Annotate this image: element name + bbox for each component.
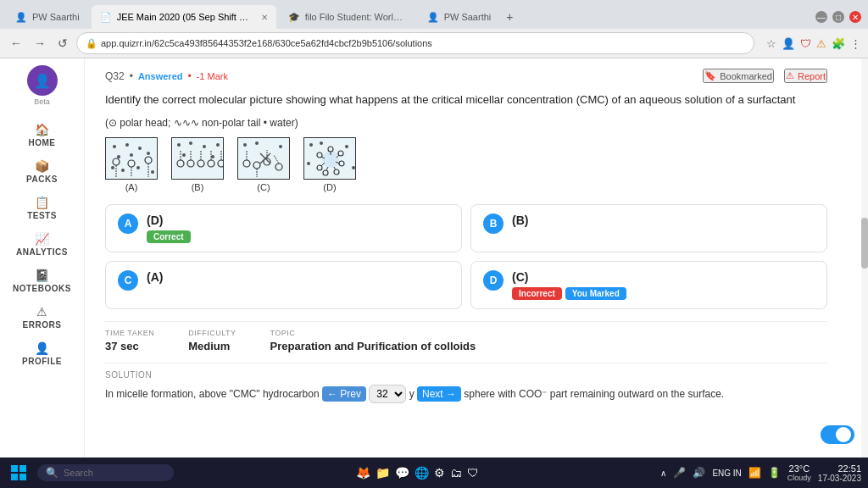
page-select[interactable]: 32 [369, 385, 406, 403]
solution-section: SOLUTION In micelle formation, above "CM… [105, 363, 827, 403]
speaker-icon[interactable]: 🔊 [693, 467, 705, 479]
tab-label: PW Saarthi [444, 12, 492, 22]
minimize-btn[interactable]: — [815, 11, 827, 23]
sidebar: 👤 Beta 🏠 HOME 📦 PACKS 📋 TESTS 📈 ANALYTIC… [0, 58, 85, 458]
stat-topic-label: TOPIC [270, 329, 476, 337]
stat-time: TIME TAKEN 37 sec [105, 329, 154, 352]
svg-point-5 [130, 153, 133, 157]
svg-point-4 [117, 155, 120, 158]
logo-icon: 👤 [27, 65, 58, 96]
diagram-b-label: (B) [192, 182, 204, 192]
notebooks-icon: 📓 [35, 269, 49, 282]
sidebar-item-home[interactable]: 🏠 HOME [0, 118, 84, 152]
toggle-button[interactable] [821, 425, 854, 444]
question-text: Identify the correct molecular picture s… [105, 92, 827, 108]
report-text: Report [798, 71, 826, 81]
taskbar-app5[interactable]: ⚙ [434, 466, 445, 480]
back-btn[interactable]: ← [7, 35, 25, 52]
prev-overlay[interactable]: ← Prev [322, 386, 366, 402]
question-actions: 🔖 Bookmarked ⚠ Report [703, 69, 827, 83]
toggle-thumb [836, 427, 851, 442]
reload-btn[interactable]: ↺ [54, 35, 71, 52]
option-c-card[interactable]: C (A) [105, 261, 462, 309]
tab-pw2[interactable]: 👤 PW Saarthi [419, 5, 500, 29]
q-num-text: Q32 [105, 70, 125, 82]
option-d-card[interactable]: D (C) Incorrect You Marked [470, 261, 827, 309]
sidebar-item-analytics[interactable]: 📈 ANALYTICS [0, 227, 84, 262]
taskbar-app2[interactable]: 📁 [376, 466, 390, 480]
svg-point-35 [243, 143, 247, 147]
search-input[interactable] [64, 468, 165, 478]
search-bar[interactable]: 🔍 [37, 464, 174, 481]
tab-close-btn[interactable]: ✕ [261, 13, 268, 22]
wifi-icon[interactable]: 📶 [748, 467, 761, 479]
mic-icon[interactable]: 🎤 [673, 467, 686, 479]
option-b-card[interactable]: B (B) [470, 204, 827, 252]
tab-label: JEE Main 2020 (05 Sep Shift 1) - C... [117, 12, 253, 22]
date-text: 17-03-2023 [818, 474, 861, 483]
diagram-d: (D) [303, 137, 356, 192]
option-a-card[interactable]: A (D) Correct [105, 204, 462, 252]
sidebar-item-notebooks[interactable]: 📓 NOTEBOOKS [0, 263, 84, 298]
stat-difficulty-value: Medium [188, 340, 236, 352]
stat-difficulty-label: DIFFICULTY [188, 329, 236, 337]
time-text: 22:51 [837, 463, 861, 474]
sidebar-item-tests[interactable]: 📋 TESTS [0, 191, 84, 225]
tab-favicon: 👤 [15, 12, 27, 23]
sidebar-item-packs[interactable]: 📦 PACKS [0, 154, 84, 189]
option-letter: D [490, 274, 498, 286]
profile-icon[interactable]: 👤 [782, 37, 795, 50]
svg-rect-69 [11, 465, 18, 472]
tab-jee[interactable]: 📄 JEE Main 2020 (05 Sep Shift 1) - C... … [92, 5, 276, 29]
option-c-text: (A) [147, 270, 163, 284]
svg-point-20 [203, 145, 206, 148]
tab-filo[interactable]: 🎓 filo Filo Student: World's Only Live I… [280, 5, 415, 29]
taskbar-center: 🦊 📁 💬 🌐 ⚙ 🗂 🛡 [356, 466, 479, 480]
taskbar-app4[interactable]: 🌐 [415, 466, 429, 480]
browser-icons: ☆ 👤 🛡 ⚠ 🧩 ⋮ [766, 37, 861, 50]
diagram-c-svg [237, 137, 290, 180]
weather-temp: 23°C [789, 463, 810, 474]
address-bar[interactable] [101, 38, 745, 48]
tab-favicon: 👤 [427, 12, 439, 23]
svg-point-21 [216, 143, 220, 147]
extensions-icon[interactable]: 🧩 [832, 37, 845, 50]
solution-label: SOLUTION [105, 370, 827, 380]
menu-icon[interactable]: ⋮ [850, 37, 861, 50]
sidebar-item-label: NOTEBOOKS [13, 284, 71, 293]
taskbar-tray-icon[interactable]: ∧ [660, 469, 666, 478]
bookmark-icon[interactable]: ☆ [766, 37, 776, 50]
taskbar-right: ∧ 🎤 🔊 ENG IN 📶 🔋 23°C Cloudy 22:51 17-03… [660, 463, 861, 483]
stat-topic: TOPIC Preparation and Purification of co… [270, 329, 476, 352]
taskbar-app3[interactable]: 💬 [395, 466, 409, 480]
option-c-circle: C [118, 270, 138, 291]
option-d-incorrect-badge: Incorrect [512, 287, 562, 300]
answered-badge: Answered [138, 71, 183, 81]
svg-point-22 [182, 153, 186, 157]
forward-btn[interactable]: → [31, 35, 49, 52]
svg-point-3 [138, 147, 142, 150]
sidebar-item-label: TESTS [27, 211, 57, 220]
bookmark-icon: 🔖 [704, 70, 716, 81]
tab-pw1[interactable]: 👤 PW Saarthi [7, 5, 88, 29]
restore-btn[interactable]: □ [832, 11, 844, 23]
battery-icon[interactable]: 🔋 [768, 467, 781, 479]
taskbar-app1[interactable]: 🦊 [356, 466, 370, 480]
browser-controls: ← → ↺ 🔒 ☆ 👤 🛡 ⚠ 🧩 ⋮ [0, 29, 868, 58]
option-letter: C [125, 274, 132, 286]
taskbar-app7[interactable]: 🛡 [467, 466, 479, 480]
report-button[interactable]: ⚠ Report [784, 69, 827, 83]
lang-text: ENG IN [712, 469, 741, 478]
sidebar-item-profile[interactable]: 👤 PROFILE [0, 336, 84, 371]
svg-point-36 [255, 141, 259, 145]
next-overlay[interactable]: Next → [417, 386, 461, 402]
start-button[interactable] [7, 461, 31, 485]
close-btn[interactable]: ✕ [849, 11, 861, 23]
sidebar-item-errors[interactable]: ⚠ ERRORS [0, 300, 84, 335]
svg-point-2 [125, 143, 129, 147]
new-tab-button[interactable]: + [506, 10, 513, 24]
bookmark-button[interactable]: 🔖 Bookmarked [703, 69, 774, 83]
scrollbar[interactable] [861, 58, 868, 458]
option-letter: B [490, 218, 498, 230]
taskbar-app6[interactable]: 🗂 [450, 466, 462, 480]
